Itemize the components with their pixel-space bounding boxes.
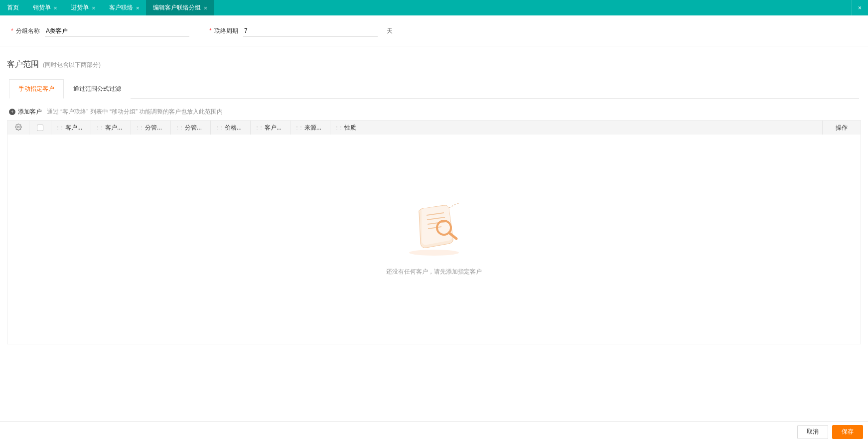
tab-label: 首页 bbox=[7, 3, 19, 12]
drag-icon: ⋮⋮ bbox=[255, 125, 263, 131]
tab-sales-order[interactable]: 销货单 × bbox=[26, 0, 64, 15]
add-customer-row: + 添加客户 通过 “客户联络” 列表中 “移动分组” 功能调整的客户也放入此范… bbox=[9, 108, 859, 116]
column-header[interactable]: ⋮⋮ 来源... bbox=[290, 121, 330, 135]
column-header[interactable]: ⋮⋮ 价格... bbox=[211, 121, 251, 135]
column-header[interactable]: ⋮⋮ 客户... bbox=[51, 121, 91, 135]
gear-icon bbox=[15, 124, 22, 132]
column-action: 操作 bbox=[823, 121, 861, 135]
column-checkbox[interactable] bbox=[29, 121, 51, 135]
empty-text: 还没有任何客户，请先添加指定客户 bbox=[386, 268, 482, 276]
column-header[interactable]: ⋮⋮ 客户... bbox=[251, 121, 290, 135]
table-header: ⋮⋮ 客户... ⋮⋮ 客户... ⋮⋮ 分管... ⋮⋮ 分管... ⋮⋮ 价… bbox=[7, 121, 861, 135]
group-name-label: * 分组名称 bbox=[11, 27, 40, 35]
svg-point-0 bbox=[17, 126, 19, 128]
tab-label: 客户联络 bbox=[109, 3, 133, 12]
checkbox-icon[interactable] bbox=[37, 125, 43, 131]
close-icon[interactable]: × bbox=[54, 5, 57, 11]
drag-icon: ⋮⋮ bbox=[334, 125, 342, 131]
close-icon[interactable]: × bbox=[136, 5, 139, 11]
drag-icon: ⋮⋮ bbox=[215, 125, 223, 131]
column-header[interactable]: ⋮⋮ 客户... bbox=[91, 121, 131, 135]
drag-icon: ⋮⋮ bbox=[175, 125, 183, 131]
tab-label: 进货单 bbox=[71, 3, 89, 12]
column-header[interactable]: ⋮⋮ 分管... bbox=[171, 121, 211, 135]
tab-edit-customer-contact-group[interactable]: 编辑客户联络分组 × bbox=[146, 0, 214, 15]
required-mark: * bbox=[11, 27, 13, 34]
column-header[interactable]: ⋮⋮ 分管... bbox=[131, 121, 171, 135]
section-title: 客户范围 bbox=[7, 59, 39, 70]
add-customer-link[interactable]: + 添加客户 bbox=[9, 108, 42, 116]
group-name-input[interactable] bbox=[45, 25, 189, 37]
sub-tab-formula[interactable]: 通过范围公式过滤 bbox=[64, 79, 131, 99]
close-icon[interactable]: × bbox=[204, 5, 207, 11]
plus-icon: + bbox=[9, 109, 15, 115]
tab-label: 编辑客户联络分组 bbox=[153, 3, 201, 12]
drag-icon: ⋮⋮ bbox=[135, 125, 143, 131]
add-customer-hint: 通过 “客户联络” 列表中 “移动分组” 功能调整的客户也放入此范围内 bbox=[47, 108, 223, 116]
tab-label: 销货单 bbox=[33, 3, 51, 12]
column-settings[interactable] bbox=[7, 121, 29, 135]
form-row: * 分组名称 * 联络周期 天 bbox=[0, 15, 868, 46]
tab-home[interactable]: 首页 bbox=[0, 0, 26, 15]
drag-icon: ⋮⋮ bbox=[95, 125, 103, 131]
top-tab-bar: 首页 销货单 × 进货单 × 客户联络 × 编辑客户联络分组 × × bbox=[0, 0, 868, 15]
svg-point-1 bbox=[409, 250, 459, 256]
tab-purchase-order[interactable]: 进货单 × bbox=[64, 0, 102, 15]
drag-icon: ⋮⋮ bbox=[55, 125, 63, 131]
customer-table: ⋮⋮ 客户... ⋮⋮ 客户... ⋮⋮ 分管... ⋮⋮ 分管... ⋮⋮ 价… bbox=[7, 120, 861, 344]
svg-point-8 bbox=[457, 203, 459, 204]
close-icon: × bbox=[858, 4, 862, 11]
sub-tab-manual[interactable]: 手动指定客户 bbox=[9, 79, 64, 99]
period-unit: 天 bbox=[387, 27, 393, 35]
close-all-tabs[interactable]: × bbox=[851, 0, 868, 15]
empty-state: 还没有任何客户，请先添加指定客户 bbox=[7, 135, 861, 344]
empty-illustration-icon bbox=[399, 203, 469, 258]
column-header[interactable]: ⋮⋮ 性质 bbox=[330, 121, 823, 135]
period-input[interactable] bbox=[243, 25, 378, 37]
required-mark: * bbox=[209, 27, 212, 34]
sub-tabs: 手动指定客户 通过范围公式过滤 bbox=[9, 79, 859, 99]
drag-icon: ⋮⋮ bbox=[294, 125, 302, 131]
section-hint: (同时包含以下两部分) bbox=[43, 61, 101, 69]
period-label: * 联络周期 bbox=[209, 27, 238, 35]
close-icon[interactable]: × bbox=[92, 5, 95, 11]
tab-customer-contact[interactable]: 客户联络 × bbox=[102, 0, 146, 15]
section-header: 客户范围 (同时包含以下两部分) bbox=[0, 46, 868, 75]
